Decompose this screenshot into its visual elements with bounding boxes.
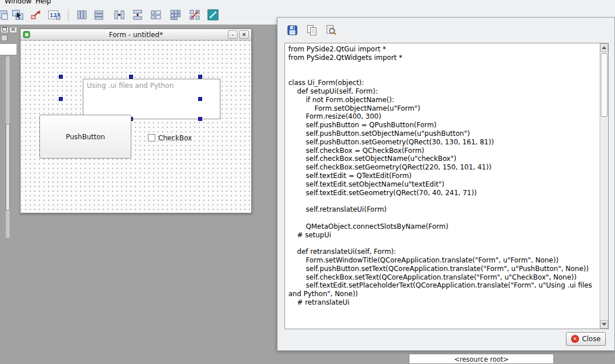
find-icon — [325, 24, 337, 37]
edit-widgets-icon — [11, 9, 24, 21]
resource-root-item[interactable]: <resource root> — [409, 354, 554, 364]
menubar: Window Help — [0, 0, 615, 5]
dock-panel-icon — [1, 35, 7, 41]
edit-tab-order-button[interactable]: 123 — [47, 7, 62, 22]
dock-scrollbar-thumb[interactable] — [6, 124, 10, 211]
code-view-container: from PySide2.QtGui import * from PySide2… — [284, 43, 609, 329]
layout-vertical-button[interactable] — [91, 7, 106, 22]
dock-scrollbar[interactable] — [5, 56, 10, 238]
code-scrollbar[interactable] — [600, 43, 608, 329]
layout-form-icon — [150, 9, 162, 21]
form-title: Form - untitled* — [21, 31, 251, 39]
selection-handle-mid-left[interactable] — [59, 97, 63, 101]
adjust-size-icon — [206, 8, 220, 22]
selection-handle-top-center[interactable] — [129, 75, 133, 79]
layout-vertical-icon — [93, 9, 105, 21]
layout-grid-icon — [169, 9, 182, 21]
save-button[interactable] — [284, 22, 300, 38]
find-button[interactable] — [323, 22, 339, 38]
selection-handle-top-left[interactable] — [59, 75, 63, 79]
toolbar-separator — [68, 9, 69, 21]
layout-horizontal-button[interactable] — [74, 7, 89, 22]
copy-icon — [306, 24, 318, 37]
selection-handle-bottom-right[interactable] — [198, 117, 202, 121]
code-dialog-toolbar — [284, 22, 339, 39]
scroll-up-button[interactable] — [600, 43, 608, 52]
minimize-button[interactable]: - — [228, 30, 238, 39]
close-circle-icon: ✕ — [571, 335, 579, 343]
close-button[interactable]: ✕ — [239, 30, 249, 39]
save-icon — [286, 24, 299, 37]
float-icon — [2, 27, 7, 31]
menu-window[interactable]: Window — [5, 0, 31, 5]
dialog-close-button[interactable]: ✕ Close — [566, 332, 606, 346]
layout-splitter-horizontal-button[interactable] — [112, 7, 127, 22]
clipped-toolbar-icon[interactable] — [0, 7, 10, 22]
mdi-area: Form - untitled* - ✕ Using .ui files and… — [0, 25, 615, 364]
layout-form-button[interactable] — [148, 7, 163, 22]
clipped-icon — [0, 9, 9, 21]
arrow-down-icon — [602, 323, 606, 326]
layout-splitter-vertical-icon — [131, 9, 144, 21]
qt-designer-window: Window Help 1 — [0, 0, 615, 364]
arrow-up-icon — [602, 46, 606, 49]
edit-widgets-button[interactable] — [10, 7, 25, 22]
edit-signals-slots-icon — [30, 9, 42, 21]
form-editor-window: Form - untitled* - ✕ Using .ui files and… — [20, 29, 252, 213]
selection-handle-top-right[interactable] — [198, 75, 202, 79]
dock-filter-input[interactable] — [0, 43, 17, 55]
close-button-label: Close — [582, 335, 601, 343]
copy-button[interactable] — [304, 22, 320, 38]
scroll-down-button[interactable] — [600, 320, 608, 329]
form-canvas[interactable]: Using .ui files and Python PushButton Ch… — [21, 41, 251, 213]
code-preview-dialog: from PySide2.QtGui import * from PySide2… — [277, 17, 615, 351]
scrollbar-thumb[interactable] — [601, 53, 608, 117]
checkbox-label: CheckBox — [158, 134, 192, 142]
layout-grid-button[interactable] — [168, 7, 183, 22]
adjust-size-button[interactable] — [206, 7, 220, 22]
edit-tab-order-icon: 123 — [47, 9, 61, 21]
selection-handle-mid-right[interactable] — [198, 97, 202, 101]
layout-horizontal-icon — [75, 9, 88, 21]
layout-splitter-horizontal-icon — [113, 9, 126, 21]
generated-code-text[interactable]: from PySide2.QtGui import * from PySide2… — [285, 43, 600, 329]
checkbox-indicator[interactable] — [148, 134, 155, 141]
break-layout-button[interactable] — [187, 7, 202, 22]
close-icon — [11, 27, 15, 31]
checkbox-widget[interactable]: CheckBox — [148, 126, 206, 149]
dock-float-button[interactable] — [1, 27, 9, 33]
form-titlebar[interactable]: Form - untitled* - ✕ — [21, 29, 251, 41]
menu-help[interactable]: Help — [35, 0, 51, 5]
layout-splitter-vertical-button[interactable] — [130, 7, 145, 22]
break-layout-icon — [188, 9, 201, 21]
dock-close-button[interactable] — [9, 27, 17, 33]
pushbutton-widget[interactable]: PushButton — [39, 115, 131, 159]
edit-signals-slots-button[interactable] — [29, 7, 43, 22]
